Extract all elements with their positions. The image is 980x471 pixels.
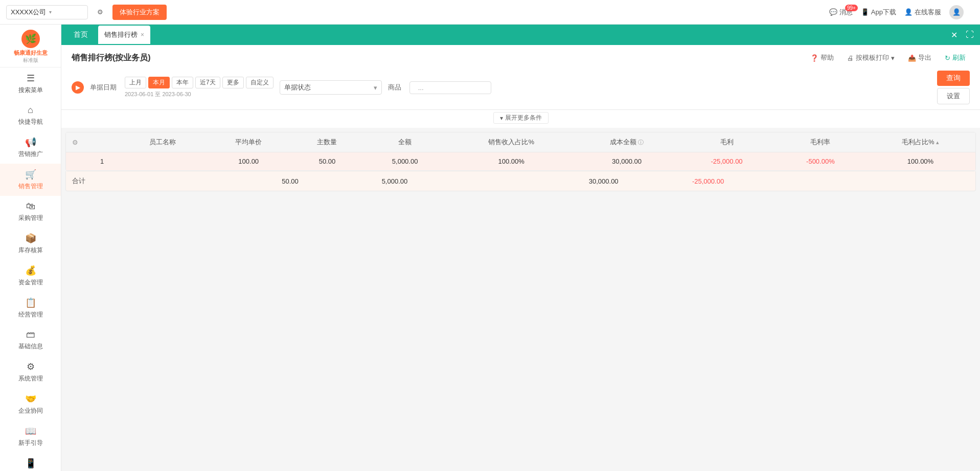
print-icon: 🖨 (847, 54, 854, 62)
cell-profit-rate: -500.00% (776, 152, 865, 171)
header-settings-button[interactable]: ⚙ (92, 4, 108, 20)
col-profit: 毛利 (678, 132, 776, 152)
page-body: 销售排行榜(按业务员) ❓ 帮助 🖨 按模板打印 ▾ 📤 导出 (61, 45, 980, 471)
table-header-row: ⚙ 员工名称 平均单价 主数量 全额 销售收入占比% 成本全额 ⓘ 毛利 毛利率… (66, 132, 975, 152)
goods-filter[interactable]: ... (409, 81, 491, 94)
settings-small-button[interactable]: 设置 (937, 88, 970, 104)
sidebar-item-apps[interactable]: 📱 应用中心 (0, 453, 61, 471)
cell-avg-price: 100.00 (206, 152, 291, 171)
cell-sales-pct: 100.00% (447, 152, 576, 171)
sidebar-item-label: 快捷导航 (18, 118, 43, 126)
cell-settings (66, 152, 84, 171)
date-btn-more[interactable]: 更多 (222, 77, 244, 88)
sidebar-item-inventory[interactable]: 📦 库存核算 (0, 228, 61, 260)
print-button[interactable]: 🖨 按模板打印 ▾ (843, 51, 899, 64)
goods-filter-label: 商品 (388, 83, 401, 92)
message-button[interactable]: 💬 消息 99+ (829, 8, 853, 17)
tab-bar-fullscreen-icon[interactable]: ⛶ (964, 28, 976, 42)
print-label: 按模板打印 (856, 53, 889, 62)
cell-amount: 5,000.00 (363, 152, 447, 171)
status-filter-arrow-icon: ▾ (374, 84, 377, 92)
sidebar-item-purchase[interactable]: 🛍 采购管理 (0, 196, 61, 228)
message-badge: 99+ (845, 5, 858, 11)
chevron-down-icon: ▾ (49, 9, 52, 15)
query-button[interactable]: 查询 (937, 71, 970, 86)
avatar[interactable]: 👤 (949, 5, 964, 19)
page-actions: ❓ 帮助 🖨 按模板打印 ▾ 📤 导出 ↻ 刷新 (806, 51, 970, 64)
goods-filter-more-icon[interactable]: ... (418, 84, 424, 92)
date-btn-last-month[interactable]: 上月 (125, 77, 146, 88)
sidebar-item-collab[interactable]: 🤝 企业协同 (0, 388, 61, 420)
tab-bar-close-icon[interactable]: ✕ (949, 28, 960, 42)
table-row: 1 100.00 50.00 5,000.00 100.00% 30,000.0… (66, 152, 975, 171)
expand-row: ▾ 展开更多条件 (61, 110, 980, 128)
filter-row: ▶ 单据日期 上月 本月 本年 近7天 更多 自定义 2023-06-01 至 … (72, 71, 970, 109)
logo-icon: 🌿 (21, 30, 40, 48)
company-selector[interactable]: XXXXX公司 ▾ (6, 5, 88, 19)
tab-home[interactable]: 首页 (65, 25, 96, 45)
date-filter-label: 单据日期 (90, 83, 117, 92)
refresh-label: 刷新 (952, 53, 966, 62)
export-label: 导出 (918, 53, 931, 62)
refresh-button[interactable]: ↻ 刷新 (941, 51, 970, 64)
refresh-icon: ↻ (945, 54, 950, 62)
date-btn-this-year[interactable]: 本年 (172, 77, 193, 88)
query-settings-col: 查询 设置 (937, 71, 970, 104)
col-employee: 员工名称 (120, 132, 206, 152)
app-download-button[interactable]: 📱 App下载 (861, 8, 896, 17)
sidebar-item-label: 资金管理 (18, 278, 43, 287)
inventory-icon: 📦 (25, 233, 36, 244)
footer-amount: 5,000.00 (343, 177, 447, 185)
tab-close-icon[interactable]: × (141, 31, 144, 38)
search-order-icon: ☰ (27, 73, 35, 84)
sidebar-item-label: 经营管理 (18, 310, 43, 319)
sidebar-item-sales[interactable]: 🛒 销售管理 (0, 164, 61, 196)
export-button[interactable]: 📤 导出 (904, 51, 936, 64)
export-icon: 📤 (908, 54, 916, 62)
quick-nav-icon: ⌂ (28, 105, 33, 116)
finance-icon: 💰 (25, 265, 36, 276)
tab-label: 销售排行榜 (104, 30, 138, 39)
cell-cost-amount: 30,000.00 (576, 152, 678, 171)
trial-button[interactable]: 体验行业方案 (112, 5, 167, 20)
filter-toggle-button[interactable]: ▶ (72, 81, 84, 94)
expand-conditions-button[interactable]: ▾ 展开更多条件 (493, 112, 549, 124)
sidebar-item-search-order[interactable]: ☰ 搜索菜单 (0, 68, 61, 100)
sidebar-item-label: 新手引导 (18, 439, 43, 447)
data-table: ⚙ 员工名称 平均单价 主数量 全额 销售收入占比% 成本全额 ⓘ 毛利 毛利率… (65, 132, 976, 171)
sidebar-item-operations[interactable]: 📋 经营管理 (0, 292, 61, 324)
app-label: App下载 (871, 8, 896, 17)
sidebar-item-label: 企业协同 (18, 407, 43, 415)
sidebar-item-label: 采购管理 (18, 214, 43, 222)
col-settings[interactable]: ⚙ (66, 132, 84, 152)
sidebar-item-quick-nav[interactable]: ⌂ 快捷导航 (0, 100, 61, 131)
sidebar-item-basic[interactable]: 🗃 基础信息 (0, 324, 61, 356)
sidebar: 🌿 畅康通好生意 标准版 ☰ 搜索菜单 ⌂ 快捷导航 📢 营销推广 🛒 销售管理… (0, 25, 61, 471)
sidebar-item-finance[interactable]: 💰 资金管理 (0, 260, 61, 292)
sidebar-item-system[interactable]: ⚙ 系统管理 (0, 356, 61, 388)
apps-icon: 📱 (25, 458, 36, 469)
expand-label: 展开更多条件 (505, 114, 542, 122)
col-quantity: 主数量 (291, 132, 362, 152)
help-icon: ❓ (810, 54, 818, 62)
help-button[interactable]: ❓ 帮助 (806, 51, 838, 64)
sidebar-item-marketing[interactable]: 📢 营销推广 (0, 131, 61, 164)
footer-cost-amount: 30,000.00 (552, 177, 656, 185)
footer-total-label: 合计 (72, 176, 133, 186)
status-filter[interactable]: 单据状态 ▾ (280, 80, 382, 95)
cell-employee (120, 152, 206, 171)
cost-info-icon[interactable]: ⓘ (638, 139, 644, 145)
top-header: XXXXX公司 ▾ ⚙ 体验行业方案 💬 消息 99+ 📱 App下载 👤 在线… (0, 0, 980, 25)
profit-pct-info-icon[interactable]: ▴ (936, 139, 939, 145)
collab-icon: 🤝 (25, 393, 36, 405)
table-footer: 合计 50.00 5,000.00 30,000.00 -25,000.00 (65, 171, 976, 191)
main-content: 首页 销售排行榜 × ✕ ⛶ 销售排行榜(按业务员) ❓ 帮助 🖨 (61, 25, 980, 471)
date-btn-this-month[interactable]: 本月 (148, 77, 170, 88)
date-btn-custom[interactable]: 自定义 (246, 77, 274, 88)
sidebar-item-guide[interactable]: 📖 新手引导 (0, 420, 61, 453)
date-btn-7days[interactable]: 近7天 (195, 77, 220, 88)
online-service-button[interactable]: 👤 在线客服 (904, 8, 941, 17)
purchase-icon: 🛍 (26, 201, 35, 212)
tab-sales-ranking[interactable]: 销售排行榜 × (98, 26, 150, 44)
page-title: 销售排行榜(按业务员) (72, 53, 151, 63)
